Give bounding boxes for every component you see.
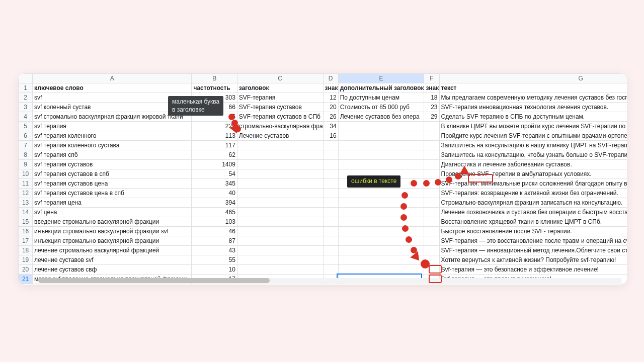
cell[interactable]: Быстрое восстановление после SVF- терапи…: [439, 227, 627, 236]
cell[interactable]: [237, 141, 323, 150]
cell[interactable]: Запишитесь на консультацию, чтобы узнать…: [439, 150, 627, 160]
horizontal-scrollbar[interactable]: [38, 278, 622, 283]
cell[interactable]: 394: [192, 198, 237, 208]
cell[interactable]: [338, 150, 424, 160]
cell[interactable]: SVF-терапия суставов в СПб: [237, 112, 323, 122]
col-header-B[interactable]: B: [192, 74, 237, 83]
cell[interactable]: инъекция стромально васкулярной фракции: [33, 236, 192, 246]
cell[interactable]: [237, 189, 323, 198]
cell[interactable]: [424, 131, 439, 141]
cell[interactable]: [424, 141, 439, 150]
cell[interactable]: [237, 227, 323, 236]
row-header[interactable]: 18: [19, 246, 33, 255]
header-cell[interactable]: текст: [439, 83, 627, 93]
row-header[interactable]: 19: [19, 255, 33, 265]
cell[interactable]: 40: [192, 189, 237, 198]
cell[interactable]: SVF-терапия суставов: [237, 103, 323, 112]
header-cell[interactable]: частотность: [192, 83, 237, 93]
cell[interactable]: 16: [323, 131, 338, 141]
cell[interactable]: [323, 189, 338, 198]
cell[interactable]: svf терапия суставов цена: [33, 179, 192, 189]
cell[interactable]: Лечение позвоночника и суставов без опер…: [439, 208, 627, 217]
cell[interactable]: [424, 236, 439, 246]
cell[interactable]: 117: [192, 141, 237, 150]
cell[interactable]: 54: [192, 169, 237, 179]
cell[interactable]: [338, 122, 424, 131]
row-header[interactable]: 4: [19, 112, 33, 122]
cell[interactable]: Сделать SVF терапию в СПБ по доступным ц…: [439, 112, 627, 122]
cell[interactable]: svf терапия коленного сустава: [33, 141, 192, 150]
cell[interactable]: [424, 189, 439, 198]
cell[interactable]: 18: [424, 93, 439, 103]
col-header-A[interactable]: A: [33, 74, 192, 83]
cell[interactable]: 20: [323, 103, 338, 112]
cell[interactable]: Лечение суставов без опера: [338, 112, 424, 122]
cell[interactable]: 34: [323, 122, 338, 131]
cell[interactable]: [323, 160, 338, 169]
cell[interactable]: [424, 169, 439, 179]
cell[interactable]: Мы предлагаем современную методику лечен…: [439, 93, 627, 103]
cell[interactable]: 113: [192, 131, 237, 141]
data-table[interactable]: A B C D E F G 1ключевое словочастотность…: [18, 73, 627, 284]
cell[interactable]: 26: [323, 112, 338, 122]
cell[interactable]: svf терапия цена: [33, 198, 192, 208]
cell[interactable]: 29: [424, 112, 439, 122]
cell[interactable]: 23: [424, 103, 439, 112]
cell[interactable]: лечение суставов svf: [33, 255, 192, 265]
cell[interactable]: [323, 265, 338, 275]
col-header-E[interactable]: E: [338, 74, 424, 83]
cell[interactable]: [237, 246, 323, 255]
cell[interactable]: [338, 131, 424, 141]
cell[interactable]: инъекции стромально васкулярной фракции …: [33, 227, 192, 236]
cell[interactable]: Стромально-васкулярная фракция записатьс…: [439, 198, 627, 208]
cell[interactable]: [338, 227, 424, 236]
row-header[interactable]: 6: [19, 131, 33, 141]
row-header[interactable]: 9: [19, 160, 33, 169]
cell[interactable]: svf терапия спб: [33, 150, 192, 160]
cell[interactable]: [424, 246, 439, 255]
row-header[interactable]: 21: [19, 275, 33, 284]
row-header[interactable]: 20: [19, 265, 33, 275]
cell[interactable]: Восстановление хрящевой ткани в клинике …: [439, 217, 627, 227]
cell[interactable]: [424, 217, 439, 227]
header-cell[interactable]: ключевое слово: [33, 83, 192, 93]
row-header[interactable]: 5: [19, 122, 33, 131]
cell[interactable]: 345: [192, 179, 237, 189]
row-header[interactable]: 14: [19, 208, 33, 217]
cell[interactable]: [338, 217, 424, 227]
cell[interactable]: [424, 198, 439, 208]
cell[interactable]: [424, 150, 439, 160]
cell[interactable]: В клинике ЦМРТ вы можете пройти курс леч…: [439, 122, 627, 131]
row-header[interactable]: 8: [19, 150, 33, 160]
scrollbar-thumb[interactable]: [38, 278, 270, 283]
cell[interactable]: [237, 150, 323, 160]
cell[interactable]: [237, 179, 323, 189]
header-cell[interactable]: заголовок: [237, 83, 323, 93]
cell[interactable]: [237, 265, 323, 275]
cell[interactable]: 103: [192, 217, 237, 227]
row-header[interactable]: 3: [19, 103, 33, 112]
cell[interactable]: 87: [192, 236, 237, 246]
row-header[interactable]: 15: [19, 217, 33, 227]
cell[interactable]: svf терапия суставов в спб: [33, 169, 192, 179]
cell[interactable]: svf цена: [33, 208, 192, 217]
cell[interactable]: [237, 236, 323, 246]
cell[interactable]: SVF-терапия: [237, 93, 323, 103]
corner-cell[interactable]: [19, 74, 33, 83]
cell[interactable]: [323, 246, 338, 255]
col-header-F[interactable]: F: [424, 74, 439, 83]
cell[interactable]: Хотите вернуться к активной жизни? Попро…: [439, 255, 627, 265]
cell[interactable]: По доступным ценам: [338, 93, 424, 103]
cell[interactable]: 10: [192, 265, 237, 275]
row-header[interactable]: 1: [19, 83, 33, 93]
cell[interactable]: [237, 198, 323, 208]
cell[interactable]: [323, 208, 338, 217]
cell[interactable]: Пройдите курс лечения SVF-терапии с опыт…: [439, 131, 627, 141]
row-header[interactable]: 13: [19, 198, 33, 208]
cell[interactable]: [323, 150, 338, 160]
cell[interactable]: [424, 227, 439, 236]
cell[interactable]: Диагностика и лечение заболевания сустав…: [439, 160, 627, 169]
row-header[interactable]: 16: [19, 227, 33, 236]
cell[interactable]: [323, 179, 338, 189]
cell[interactable]: [237, 160, 323, 169]
